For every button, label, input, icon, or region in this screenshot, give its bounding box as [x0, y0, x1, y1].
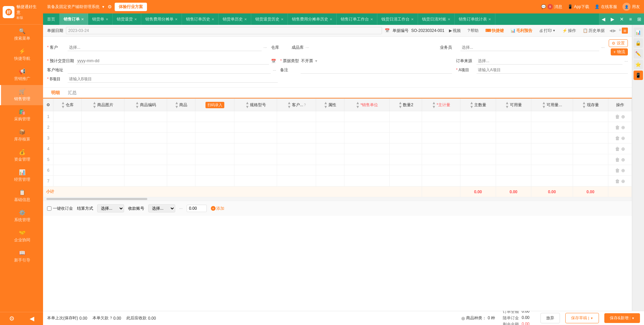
help-icon[interactable]: ? [304, 103, 306, 107]
cell-unit[interactable] [344, 111, 389, 122]
tab-detail[interactable]: 明细 [47, 88, 64, 98]
credit-help-icon[interactable]: ? [110, 316, 112, 320]
sidebar-item-basic-info[interactable]: 📋 基础信息 [0, 186, 43, 206]
project-b-input[interactable] [68, 76, 278, 83]
cell-code[interactable] [124, 176, 167, 187]
tab-close-all-icon[interactable]: ✕ [617, 16, 627, 22]
tab-sales-return[interactable]: 销货退货 ✕ [113, 13, 141, 25]
cell-code[interactable] [124, 154, 167, 165]
cell-product[interactable] [167, 176, 195, 187]
sort-icon[interactable]: ▲▼ [287, 101, 291, 109]
app-download-item[interactable]: 📱 App下载 [568, 4, 589, 10]
delivery-date-input[interactable] [76, 57, 269, 65]
tab-close-icon[interactable]: ✕ [81, 17, 84, 21]
copy-row-icon[interactable]: ⊕ [621, 178, 625, 184]
delete-row-icon[interactable]: 🗑 [615, 146, 620, 152]
th-settings[interactable]: ⚙ [43, 99, 53, 111]
cell-main-unit[interactable] [422, 144, 460, 154]
cell-spec[interactable] [234, 133, 277, 144]
sidebar-item-system[interactable]: ⚙️ 系统管理 [0, 206, 43, 226]
sort-icon[interactable]: ▲▼ [245, 101, 249, 109]
customer-input[interactable] [68, 44, 262, 51]
tab-close-icon[interactable]: ✕ [244, 17, 247, 21]
tab-order-history[interactable]: 销售订单历史 ✕ [182, 13, 219, 25]
tab-expense-history[interactable]: 销售费用分摊单历史 ✕ [288, 13, 337, 25]
sort-icon[interactable]: ▲▼ [135, 101, 139, 109]
tab-close-icon[interactable]: ✕ [330, 17, 332, 21]
prev-doc-icon[interactable]: ◀ [609, 28, 612, 33]
address-more-icon[interactable]: ··· [273, 68, 276, 73]
cell-warehouse[interactable] [53, 144, 82, 154]
sort-icon[interactable]: ▲▼ [542, 101, 546, 109]
cell-customer-code[interactable] [277, 133, 316, 144]
cell-customer-code[interactable] [277, 111, 316, 122]
cell-stock[interactable] [573, 144, 608, 154]
copy-row-icon[interactable]: ⊕ [621, 146, 625, 152]
cell-image[interactable] [82, 144, 124, 154]
tab-close-icon[interactable]: ✕ [212, 17, 214, 21]
tab-close-icon[interactable]: ✕ [448, 17, 450, 21]
cell-stock[interactable] [573, 111, 608, 122]
cell-image[interactable] [82, 133, 124, 144]
right-chart-btn[interactable]: 📊 [634, 28, 643, 37]
cell-spec[interactable] [234, 144, 277, 154]
tab-prev-icon[interactable]: ◀ [599, 16, 608, 22]
cell-spec[interactable] [234, 154, 277, 165]
tab-order-workbench[interactable]: 销售订单工作台 ✕ [337, 13, 377, 25]
cell-product[interactable] [167, 165, 195, 176]
sort-icon[interactable]: ▲▼ [175, 101, 179, 109]
cell-available[interactable] [496, 154, 531, 165]
cell-warehouse[interactable] [53, 176, 82, 187]
cell-qty2[interactable] [390, 154, 422, 165]
cell-product[interactable] [167, 154, 195, 165]
tab-statistics[interactable]: 销售订单统计表 ✕ [455, 13, 495, 25]
sort-icon[interactable]: ▲▼ [92, 101, 97, 109]
online-service-item[interactable]: 👤 在线客服 [595, 4, 617, 10]
cell-warehouse[interactable] [53, 133, 82, 144]
cell-product[interactable] [167, 111, 195, 122]
tab-sales-order[interactable]: 销售订单 ✕ [60, 13, 88, 25]
save-draft-dropdown-icon[interactable]: ▼ [589, 317, 593, 320]
cell-available2[interactable] [531, 165, 573, 176]
setup-button[interactable]: ⚙ 设置 [609, 39, 628, 47]
cell-stock[interactable] [573, 154, 608, 165]
column-settings-icon[interactable]: ⚙ [46, 103, 50, 107]
sidebar-item-inventory[interactable]: 📦 库存核算 [0, 125, 43, 146]
cell-product[interactable] [167, 144, 195, 154]
cell-spec[interactable] [234, 176, 277, 187]
delete-row-icon[interactable]: 🗑 [615, 178, 620, 184]
cell-unit[interactable] [344, 122, 389, 133]
date-picker-icon[interactable]: 📅 [271, 59, 276, 64]
operation-btn[interactable]: ⚡ 操作 [560, 27, 578, 34]
cell-warehouse[interactable] [53, 122, 82, 133]
cell-main-qty[interactable] [460, 133, 496, 144]
delete-row-icon[interactable]: 🗑 [615, 157, 620, 162]
tab-home[interactable]: 首页 [43, 13, 60, 25]
invoice-type-select[interactable]: 不开票 ▼ [301, 58, 318, 64]
cell-available2[interactable] [531, 176, 573, 187]
cell-image[interactable] [82, 176, 124, 187]
cell-available[interactable] [496, 176, 531, 187]
cell-product[interactable] [167, 122, 195, 133]
shortcut-btn[interactable]: ⌨ 快捷键 [483, 27, 506, 34]
cell-available2[interactable] [531, 154, 573, 165]
cell-available2[interactable] [531, 111, 573, 122]
sidebar-item-sales[interactable]: 🛒 销售管理 [0, 85, 43, 105]
sidebar-settings-icon[interactable]: ⚙ [9, 315, 14, 322]
address-input[interactable] [68, 67, 271, 74]
cell-qty2[interactable] [390, 144, 422, 154]
cell-main-qty[interactable] [460, 122, 496, 133]
cell-image[interactable] [82, 154, 124, 165]
cell-available2[interactable] [531, 133, 573, 144]
tab-menu-icon[interactable]: ≡ [627, 16, 635, 22]
staff-more-icon[interactable]: ··· [601, 45, 605, 50]
project-a-input[interactable] [477, 67, 628, 74]
cell-attr[interactable] [316, 154, 344, 165]
cell-warehouse[interactable] [53, 111, 82, 122]
profit-btn[interactable]: 📊 毛利预告 [508, 27, 534, 34]
cell-main-unit[interactable] [422, 165, 460, 176]
help-btn[interactable]: ? 帮助 [465, 27, 481, 34]
cell-available[interactable] [496, 165, 531, 176]
sort-icon[interactable]: ▲▼ [398, 101, 402, 109]
tab-close-icon[interactable]: ✕ [411, 17, 414, 21]
